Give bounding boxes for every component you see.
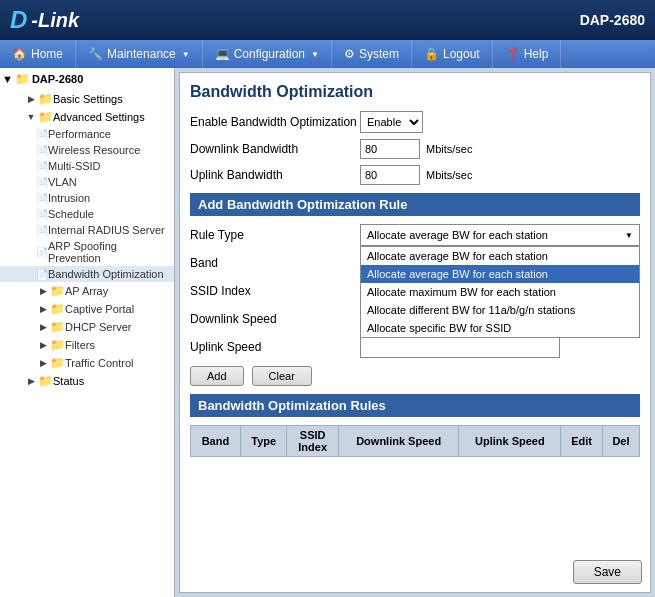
sidebar-item-schedule[interactable]: 📄 Schedule: [0, 206, 174, 222]
model-label: DAP-2680: [580, 12, 645, 28]
dropdown-option-1[interactable]: Allocate average BW for each station: [361, 265, 639, 283]
root-expander: ▼: [2, 73, 13, 85]
downlink-row: Downlink Bandwidth Mbits/sec: [190, 139, 640, 159]
filters-expander: ▶: [36, 340, 50, 350]
uplink-speed-label: Uplink Speed: [190, 340, 360, 354]
dropdown-selected-text: Allocate average BW for each station: [367, 229, 548, 241]
nav-system-label: System: [359, 47, 399, 61]
enable-label: Enable Bandwidth Optimization: [190, 115, 360, 129]
performance-label: Performance: [48, 128, 111, 140]
uplink-label: Uplink Bandwidth: [190, 168, 360, 182]
nav-logout[interactable]: 🔒 Logout: [412, 40, 493, 68]
filters-folder-icon: 📁: [50, 338, 65, 352]
sidebar-item-status[interactable]: ▶ 📁 Status: [0, 372, 174, 390]
dropdown-trigger[interactable]: Allocate average BW for each station ▼: [360, 224, 640, 246]
intrusion-label: Intrusion: [48, 192, 90, 204]
col-del: Del: [602, 426, 639, 457]
sidebar-item-bandwidth-opt[interactable]: 📄 Bandwidth Optimization: [0, 266, 174, 282]
uplink-input[interactable]: [360, 165, 420, 185]
sidebar-item-performance[interactable]: 📄 Performance: [0, 126, 174, 142]
enable-select[interactable]: Enable Disable: [360, 111, 423, 133]
nav-home-label: Home: [31, 47, 63, 61]
nav-configuration[interactable]: 💻 Configuration ▼: [203, 40, 332, 68]
traffic-folder-icon: 📁: [50, 356, 65, 370]
configuration-arrow: ▼: [311, 50, 319, 59]
rules-table: Band Type SSIDIndex Downlink Speed Uplin…: [190, 425, 640, 457]
status-label: Status: [53, 375, 84, 387]
sidebar-item-intrusion[interactable]: 📄 Intrusion: [0, 190, 174, 206]
nav-help[interactable]: ❓ Help: [493, 40, 562, 68]
col-ssid-index: SSIDIndex: [287, 426, 338, 457]
nav-logout-label: Logout: [443, 47, 480, 61]
main-layout: ▼ 📁 DAP-2680 ▶ 📁 Basic Settings ▼ 📁 Adva…: [0, 68, 655, 597]
sidebar-item-basic-settings[interactable]: ▶ 📁 Basic Settings: [0, 90, 174, 108]
clear-button[interactable]: Clear: [252, 366, 312, 386]
sidebar-item-dhcp-server[interactable]: ▶ 📁 DHCP Server: [0, 318, 174, 336]
downlink-input[interactable]: [360, 139, 420, 159]
dropdown-option-0[interactable]: Allocate average BW for each station: [361, 247, 639, 265]
traffic-control-label: Traffic Control: [65, 357, 133, 369]
nav-home[interactable]: 🏠 Home: [0, 40, 76, 68]
dropdown-arrow-icon: ▼: [625, 231, 633, 240]
sidebar-item-advanced-settings[interactable]: ▼ 📁 Advanced Settings: [0, 108, 174, 126]
logout-icon: 🔒: [424, 47, 439, 61]
rules-header: Bandwidth Optimization Rules: [190, 394, 640, 417]
band-label: Band: [190, 256, 360, 270]
intrusion-doc-icon: 📄: [36, 193, 48, 204]
uplink-row: Uplink Bandwidth Mbits/sec: [190, 165, 640, 185]
ap-array-folder-icon: 📁: [50, 284, 65, 298]
sidebar-item-filters[interactable]: ▶ 📁 Filters: [0, 336, 174, 354]
uplink-speed-input[interactable]: [360, 336, 560, 358]
uplink-unit: Mbits/sec: [426, 169, 472, 181]
traffic-expander: ▶: [36, 358, 50, 368]
sidebar-item-wireless-resource[interactable]: 📄 Wireless Resource: [0, 142, 174, 158]
sidebar-item-captive-portal[interactable]: ▶ 📁 Captive Portal: [0, 300, 174, 318]
uplink-control: Mbits/sec: [360, 165, 472, 185]
downlink-speed-label: Downlink Speed: [190, 312, 360, 326]
nav-maintenance[interactable]: 🔧 Maintenance ▼: [76, 40, 203, 68]
dropdown-option-2[interactable]: Allocate maximum BW for each station: [361, 283, 639, 301]
schedule-doc-icon: 📄: [36, 209, 48, 220]
dropdown-option-3[interactable]: Allocate different BW for 11a/b/g/n stat…: [361, 301, 639, 319]
col-downlink-speed: Downlink Speed: [338, 426, 459, 457]
sidebar-item-internal-radius[interactable]: 📄 Internal RADIUS Server: [0, 222, 174, 238]
add-rule-header: Add Bandwidth Optimization Rule: [190, 193, 640, 216]
schedule-label: Schedule: [48, 208, 94, 220]
sidebar-root[interactable]: ▼ 📁 DAP-2680: [0, 68, 174, 90]
dhcp-folder-icon: 📁: [50, 320, 65, 334]
multi-ssid-label: Multi-SSID: [48, 160, 101, 172]
col-band: Band: [191, 426, 241, 457]
filters-label: Filters: [65, 339, 95, 351]
advanced-folder-icon: 📁: [38, 110, 53, 124]
save-btn-container: Save: [573, 560, 642, 584]
dropdown-option-4[interactable]: Allocate specific BW for SSID: [361, 319, 639, 337]
sidebar-item-vlan[interactable]: 📄 VLAN: [0, 174, 174, 190]
captive-portal-label: Captive Portal: [65, 303, 134, 315]
add-button[interactable]: Add: [190, 366, 244, 386]
captive-folder-icon: 📁: [50, 302, 65, 316]
help-icon: ❓: [505, 47, 520, 61]
rule-type-dropdown[interactable]: Allocate average BW for each station ▼ A…: [360, 224, 640, 246]
sidebar-item-arp-spoofing[interactable]: 📄 ARP Spoofing Prevention: [0, 238, 174, 266]
sidebar-item-multi-ssid[interactable]: 📄 Multi-SSID: [0, 158, 174, 174]
advanced-expander: ▼: [24, 112, 38, 122]
sidebar-item-traffic-control[interactable]: ▶ 📁 Traffic Control: [0, 354, 174, 372]
ssid-index-label: SSID Index: [190, 284, 360, 298]
sidebar-item-ap-array[interactable]: ▶ 📁 AP Array: [0, 282, 174, 300]
enable-control: Enable Disable: [360, 111, 423, 133]
wireless-resource-label: Wireless Resource: [48, 144, 140, 156]
downlink-control: Mbits/sec: [360, 139, 472, 159]
home-icon: 🏠: [12, 47, 27, 61]
vlan-doc-icon: 📄: [36, 177, 48, 188]
performance-doc-icon: 📄: [36, 129, 48, 140]
downlink-label: Downlink Bandwidth: [190, 142, 360, 156]
save-button[interactable]: Save: [573, 560, 642, 584]
col-uplink-speed: Uplink Speed: [459, 426, 561, 457]
system-icon: ⚙: [344, 47, 355, 61]
dhcp-server-label: DHCP Server: [65, 321, 131, 333]
nav-system[interactable]: ⚙ System: [332, 40, 412, 68]
nav-configuration-label: Configuration: [234, 47, 305, 61]
logo-link: -Link: [31, 9, 79, 32]
maintenance-arrow: ▼: [182, 50, 190, 59]
status-folder-icon: 📁: [38, 374, 53, 388]
